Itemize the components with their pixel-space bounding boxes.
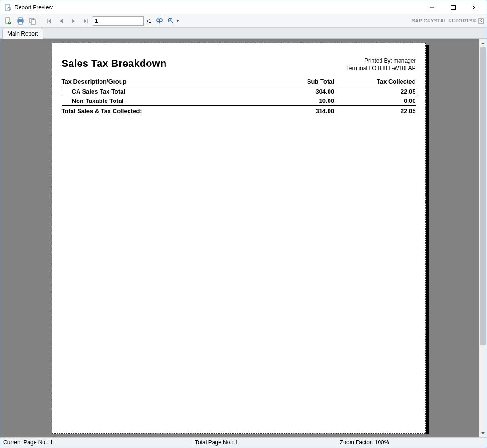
next-page-button[interactable] — [68, 16, 79, 26]
report-meta: Printed By: manager Terminal LOTHILL-W10… — [346, 58, 416, 72]
tab-label: Main Report — [7, 30, 38, 37]
status-total-value: 1 — [235, 439, 238, 446]
report-title: Sales Tax Breakdown — [62, 58, 346, 70]
print-button[interactable] — [15, 16, 26, 26]
page-total-label: /1 — [146, 18, 152, 24]
col-collected: Tax Collected — [334, 77, 415, 87]
zoom-button[interactable]: ▼ — [166, 16, 180, 26]
col-subtotal: Sub Total — [256, 77, 334, 87]
copy-button[interactable] — [28, 16, 38, 26]
scrollbar-thumb[interactable] — [480, 47, 486, 345]
table-total-row: Total Sales & Tax Collected: 314.00 22.0… — [62, 106, 416, 116]
cell-desc: CA Sales Tax Total — [62, 87, 257, 96]
cell-collected: 0.00 — [334, 96, 415, 106]
total-label: Total Sales & Tax Collected: — [62, 106, 257, 116]
tabstrip: Main Report — [0, 28, 487, 39]
minimize-button[interactable] — [421, 1, 443, 14]
scrollbar-track[interactable] — [479, 47, 487, 429]
report-table: Tax Description/Group Sub Total Tax Coll… — [62, 77, 416, 116]
cell-collected: 22.05 — [334, 87, 415, 96]
status-zoom-label: Zoom Factor: — [340, 439, 373, 446]
total-subtotal: 314.00 — [256, 106, 334, 116]
chevron-down-icon: ▼ — [176, 19, 179, 23]
status-total-page: Total Page No.: 1 — [192, 438, 337, 448]
last-page-button[interactable] — [80, 16, 91, 26]
content-area: Sales Tax Breakdown Printed By: manager … — [0, 39, 487, 437]
svg-line-2 — [10, 10, 11, 11]
brand-label: SAP CRYSTAL REPORTS® ✕ — [412, 18, 484, 24]
app-icon — [4, 4, 12, 11]
terminal-label: Terminal — [346, 65, 367, 72]
status-zoom: Zoom Factor: 100% — [337, 438, 487, 448]
svg-point-17 — [159, 19, 162, 22]
close-button[interactable] — [464, 1, 486, 14]
svg-line-20 — [172, 22, 173, 23]
separator — [41, 16, 41, 26]
cell-subtotal: 10.00 — [256, 96, 334, 106]
brand-close-icon[interactable]: ✕ — [478, 18, 484, 24]
table-row: Non-Taxable Total 10.00 0.00 — [62, 96, 416, 106]
prev-page-button[interactable] — [56, 16, 66, 26]
svg-line-18 — [159, 22, 160, 23]
cell-desc: Non-Taxable Total — [62, 96, 257, 106]
toolbar: /1 ▼ SAP CRYSTAL REPORTS® ✕ — [0, 14, 487, 28]
status-current-page: Current Page No.: 1 — [0, 438, 192, 448]
svg-rect-9 — [19, 18, 22, 20]
maximize-button[interactable] — [443, 1, 464, 14]
svg-rect-4 — [451, 5, 456, 9]
status-current-label: Current Page No.: — [3, 439, 49, 446]
report-preview-window: Report Preview — [0, 0, 487, 448]
svg-rect-13 — [31, 20, 35, 24]
titlebar: Report Preview — [0, 0, 487, 14]
svg-point-16 — [157, 19, 159, 22]
status-current-value: 1 — [50, 439, 53, 446]
window-title: Report Preview — [14, 4, 53, 11]
report-page: Sales Tax Breakdown Printed By: manager … — [52, 43, 426, 434]
col-desc: Tax Description/Group — [62, 77, 257, 87]
first-page-button[interactable] — [44, 16, 54, 26]
scroll-down-icon[interactable] — [479, 429, 487, 437]
tab-main-report[interactable]: Main Report — [2, 29, 43, 39]
table-row: CA Sales Tax Total 304.00 22.05 — [62, 87, 416, 96]
page-number-input[interactable] — [93, 16, 144, 26]
brand-text: SAP CRYSTAL REPORTS® — [412, 18, 476, 23]
svg-rect-11 — [19, 22, 22, 24]
total-collected: 22.05 — [334, 106, 415, 116]
page-viewport: Sales Tax Breakdown Printed By: manager … — [0, 39, 479, 437]
printed-by-value: manager — [394, 58, 415, 64]
find-button[interactable] — [154, 16, 165, 26]
status-zoom-value: 100% — [375, 439, 389, 446]
terminal-value: LOTHILL-W10LAP — [369, 65, 415, 72]
status-total-label: Total Page No.: — [195, 439, 233, 446]
statusbar: Current Page No.: 1 Total Page No.: 1 Zo… — [0, 437, 487, 448]
printed-by-label: Printed By: — [365, 58, 392, 64]
vertical-scrollbar[interactable] — [479, 39, 487, 437]
export-button[interactable] — [3, 16, 14, 26]
cell-subtotal: 304.00 — [256, 87, 334, 96]
scroll-up-icon[interactable] — [479, 39, 487, 47]
